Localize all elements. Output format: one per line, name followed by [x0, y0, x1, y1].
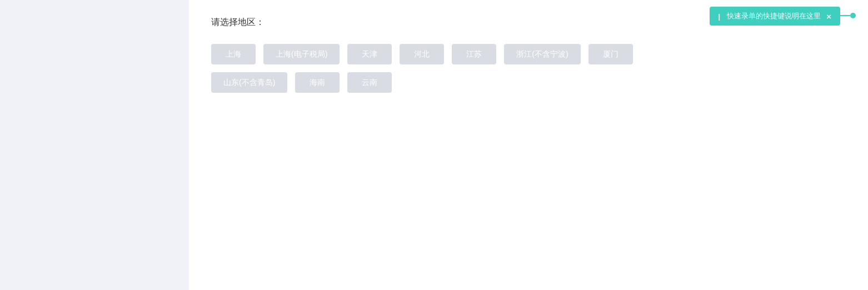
- tooltip-close-button[interactable]: ×: [826, 12, 831, 21]
- region-button-shanghai-etax[interactable]: 上海(电子税局): [263, 44, 340, 64]
- main-content: 请选择地区： 上海上海(电子税局)天津河北江苏浙江(不含宁波)厦门 山东(不含青…: [189, 0, 868, 290]
- region-row-1: 上海上海(电子税局)天津河北江苏浙江(不含宁波)厦门: [211, 44, 846, 64]
- tooltip-banner: 快速录单的快捷键说明在这里 ×: [710, 7, 840, 26]
- region-button-hebei[interactable]: 河北: [400, 44, 444, 64]
- region-button-xiamen[interactable]: 厦门: [588, 44, 633, 64]
- region-button-jiangsu[interactable]: 江苏: [452, 44, 496, 64]
- region-button-tianjin[interactable]: 天津: [347, 44, 392, 64]
- tooltip-text: 快速录单的快捷键说明在这里: [727, 11, 821, 21]
- region-button-shanghai[interactable]: 上海: [211, 44, 256, 64]
- region-row-2: 山东(不含青岛)海南云南: [211, 72, 846, 93]
- region-button-hainan[interactable]: 海南: [295, 72, 340, 93]
- tooltip-connector-line: [839, 15, 850, 16]
- region-button-shandong[interactable]: 山东(不含青岛): [211, 72, 287, 93]
- region-button-zhejiang[interactable]: 浙江(不含宁波): [504, 44, 580, 64]
- region-button-yunnan[interactable]: 云南: [347, 72, 392, 93]
- left-sidebar: [0, 0, 189, 290]
- tooltip-connector-dot: [850, 13, 856, 18]
